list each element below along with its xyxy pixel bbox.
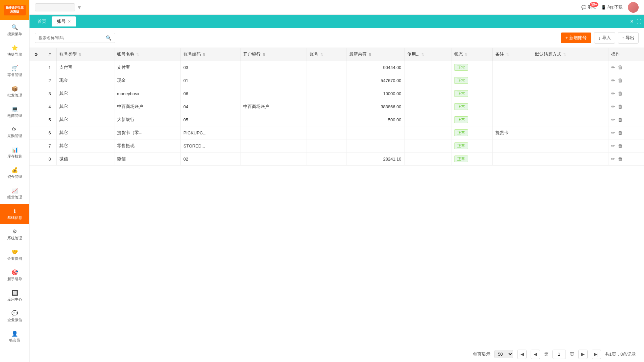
col-account[interactable]: 账号 ⇅: [307, 48, 346, 61]
sidebar-label-basic-info: 基础信息: [7, 215, 22, 220]
sidebar-item-enterprise[interactable]: 🤝企业协同: [0, 245, 29, 265]
col-type[interactable]: 账号类型 ⇅: [56, 48, 114, 61]
per-page-select[interactable]: 50 100 200: [494, 350, 513, 358]
prev-page-button[interactable]: ◀: [531, 350, 540, 359]
sidebar-label-app-center: 应用中心: [7, 297, 22, 302]
col-code[interactable]: 账号编码 ⇅: [180, 48, 240, 61]
row-index: 3: [43, 87, 56, 100]
page-input[interactable]: [552, 350, 566, 359]
delete-button[interactable]: 🗑: [618, 78, 623, 83]
row-gear: [30, 100, 43, 113]
row-type: 其它: [56, 126, 114, 139]
expand-icon[interactable]: ⛶: [637, 19, 641, 24]
delete-button[interactable]: 🗑: [618, 104, 623, 109]
close-window-icon[interactable]: ✕: [630, 19, 634, 24]
tab-account-close[interactable]: ✕: [68, 19, 71, 24]
export-button[interactable]: ↑ 导出: [618, 32, 639, 44]
edit-button[interactable]: ✏: [611, 65, 615, 70]
delete-button[interactable]: 🗑: [618, 143, 623, 148]
sidebar-item-wholesale[interactable]: 📦批发管理: [0, 81, 29, 102]
row-actions: ✏ 🗑: [608, 61, 644, 74]
col-usage[interactable]: 使用... ⇅: [404, 48, 451, 61]
sidebar-item-operation[interactable]: 📈经营管理: [0, 183, 29, 204]
next-page-button[interactable]: ▶: [578, 350, 588, 359]
col-action: 操作: [608, 48, 644, 61]
enterprise-icon: 🤝: [11, 249, 18, 255]
search-input[interactable]: [35, 34, 102, 42]
first-page-button[interactable]: |◀: [517, 350, 527, 359]
sidebar-item-wechat[interactable]: 💬企业微信: [0, 306, 29, 326]
row-gear: [30, 126, 43, 139]
sidebar-item-retail[interactable]: 🛒零售管理: [0, 61, 29, 81]
row-index: 6: [43, 126, 56, 139]
sidebar-item-basic-info[interactable]: ℹ基础信息: [0, 204, 29, 224]
avatar[interactable]: [628, 2, 639, 13]
tab-home-label: 首页: [38, 18, 46, 24]
last-page-button[interactable]: ▶|: [592, 350, 601, 359]
table-row: 5 其它 大新银行 05 500.00 正常 ✏ 🗑: [30, 113, 644, 126]
row-bank: [240, 153, 307, 166]
row-usage: [404, 126, 451, 139]
col-name[interactable]: 账号名称 ⇅: [114, 48, 180, 61]
delete-button[interactable]: 🗑: [618, 130, 623, 135]
app-download-label: App下载: [607, 4, 623, 10]
import-button[interactable]: ↓ 导入: [594, 32, 615, 44]
sidebar-item-guide[interactable]: 🎯新手引导: [0, 265, 29, 286]
col-default-payment[interactable]: 默认结算方式 ⇅: [532, 48, 608, 61]
logo: 畅捷通好生意 乐惠版: [0, 0, 29, 20]
add-account-button[interactable]: + 新增账号: [561, 33, 591, 43]
delete-button[interactable]: 🗑: [618, 65, 623, 70]
table-row: 4 其它 中百商场账户 04 中百商场账户 383866.00 正常 ✏ 🗑: [30, 100, 644, 113]
row-note: [493, 61, 532, 74]
edit-button[interactable]: ✏: [611, 156, 615, 162]
row-status: 正常: [451, 74, 493, 87]
edit-button[interactable]: ✏: [611, 143, 615, 148]
row-note: [493, 74, 532, 87]
row-bank: [240, 113, 307, 126]
table-row: 7 其它 零售抵现 STORED... 正常 ✏ 🗑: [30, 139, 644, 153]
sidebar-item-inventory[interactable]: 📊库存核算: [0, 142, 29, 163]
sidebar-item-member[interactable]: 👤畅会员: [0, 326, 29, 347]
search-button[interactable]: 🔍: [102, 33, 115, 43]
topbar-search-input[interactable]: [35, 3, 75, 11]
sidebar-item-system[interactable]: ⚙系统管理: [0, 224, 29, 245]
row-name: 提货卡（零...: [114, 126, 180, 139]
sidebar-item-purchase[interactable]: 🛍采购管理: [0, 122, 29, 142]
sidebar-item-app-center[interactable]: 🔲应用中心: [0, 286, 29, 306]
sidebar-label-guide: 新手引导: [7, 277, 22, 282]
row-gear: [30, 87, 43, 100]
row-gear: [30, 113, 43, 126]
col-bank[interactable]: 开户银行 ⇅: [240, 48, 307, 61]
edit-button[interactable]: ✏: [611, 78, 615, 83]
row-bank: [240, 74, 307, 87]
edit-button[interactable]: ✏: [611, 130, 615, 135]
edit-button[interactable]: ✏: [611, 91, 615, 96]
row-index: 1: [43, 61, 56, 74]
edit-button[interactable]: ✏: [611, 104, 615, 109]
topbar-dropdown-icon[interactable]: ▾: [78, 4, 81, 11]
sidebar-label-finance: 资金管理: [7, 174, 22, 179]
delete-button[interactable]: 🗑: [618, 91, 623, 96]
tab-account[interactable]: 账号 ✕: [52, 16, 76, 26]
col-note[interactable]: 备注 ⇅: [493, 48, 532, 61]
row-default-payment: [532, 100, 608, 113]
tab-home[interactable]: 首页: [32, 16, 52, 26]
sidebar-item-search[interactable]: 🔍搜索菜单: [0, 20, 29, 41]
sidebar-item-finance[interactable]: 💰资金管理: [0, 163, 29, 183]
message-button[interactable]: 💬 消息 99+: [581, 4, 596, 10]
row-note: 提货卡: [493, 126, 532, 139]
page-label: 第: [544, 351, 548, 357]
row-note: [493, 87, 532, 100]
sidebar-item-quick-nav[interactable]: ⭐快捷导航: [0, 41, 29, 61]
delete-button[interactable]: 🗑: [618, 156, 623, 162]
row-type: 其它: [56, 100, 114, 113]
sidebar-item-ecommerce[interactable]: 💻电商管理: [0, 102, 29, 122]
export-label: 导出: [626, 35, 634, 41]
edit-button[interactable]: ✏: [611, 117, 615, 122]
col-status[interactable]: 状态 ⇅: [451, 48, 493, 61]
delete-button[interactable]: 🗑: [618, 117, 623, 122]
app-download-button[interactable]: 📱 App下载: [601, 4, 623, 10]
sidebar-label-enterprise: 企业协同: [7, 256, 22, 261]
col-balance[interactable]: 最新余额 ⇅: [346, 48, 404, 61]
row-default-payment: [532, 74, 608, 87]
